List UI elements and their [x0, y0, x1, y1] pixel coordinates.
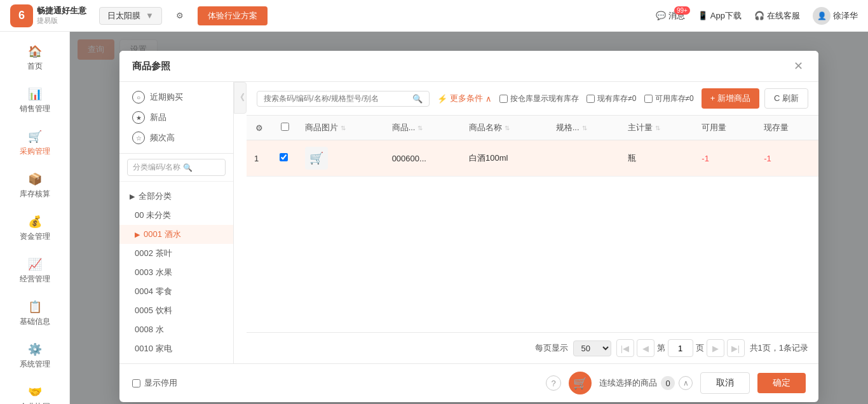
category-panel: ○ 近期购买 ★ 新品 ☆ 频次高 — [119, 82, 234, 363]
content-area: 查询 设置 商品参照 ✕ ○ — [70, 32, 868, 404]
tree-item-liquor[interactable]: ▶ 0001 酒水 — [119, 225, 233, 244]
cancel-button[interactable]: 取消 — [700, 372, 750, 394]
col-code: 商品... ⇅ — [384, 116, 461, 140]
filter-bar: 🔍 ⚡ 更多条件 ∧ 按仓库显示现有库存 — [247, 82, 818, 116]
row-unit: 瓶 — [620, 140, 694, 177]
store-selector[interactable]: 日太阳膜 ▼ — [99, 7, 162, 25]
modal-close-button[interactable]: ✕ — [790, 58, 806, 74]
purchase-icon: 🛒 — [28, 130, 42, 144]
trial-button[interactable]: 体验行业方案 — [198, 6, 268, 25]
tree-item-drinks[interactable]: 0005 饮料 — [119, 301, 233, 320]
checkbox-nonzero-stock[interactable]: 现有库存≠0 — [587, 93, 636, 104]
filter-icon: ⚡ — [437, 94, 447, 104]
continuous-select-label: 连续选择的商品 0 ∧ — [599, 376, 693, 390]
tree-item-water[interactable]: 0008 水 — [119, 320, 233, 339]
row-image: 🛒 — [297, 140, 384, 177]
online-service-nav-item[interactable]: 🎧 在线客服 — [754, 10, 800, 22]
tree-item-snacks[interactable]: 0004 零食 — [119, 282, 233, 301]
footer-right: ? 🛒 连续选择的商品 0 ∧ 取消 确定 — [546, 372, 806, 394]
modal-overlay: 商品参照 ✕ ○ 近期购买 ★ — [70, 32, 868, 404]
first-page-button[interactable]: |◀ — [616, 339, 634, 357]
new-product-icon: ★ — [132, 111, 145, 124]
sort-icon-name: ⇅ — [505, 125, 510, 131]
more-filter-button[interactable]: ⚡ 更多条件 ∧ — [437, 93, 492, 104]
category-search-input[interactable]: 分类编码/名称 🔍 — [127, 159, 226, 176]
inventory-icon: 📦 — [28, 172, 42, 186]
modal-title: 商品参照 — [132, 60, 170, 72]
tree-item-all[interactable]: ▶ 全部分类 — [119, 187, 233, 206]
app-download-nav-item[interactable]: 📱 App下载 — [698, 10, 742, 22]
search-icon: 🔍 — [412, 94, 423, 104]
frequent-icon: ☆ — [132, 131, 145, 144]
cart-button[interactable]: 🛒 — [569, 372, 592, 394]
logo-area: 6 畅捷通好生意 捷易版 — [10, 4, 86, 27]
operations-icon: 📈 — [28, 257, 42, 271]
last-page-button[interactable]: ▶| — [727, 339, 745, 357]
settings-icon[interactable]: ⚙ — [170, 6, 190, 26]
sort-icon-unit: ⇅ — [655, 125, 660, 131]
sort-icon-code: ⇅ — [417, 125, 423, 131]
selected-count-badge: 0 — [661, 376, 675, 390]
next-page-button[interactable]: ▶ — [707, 339, 724, 357]
quick-item-new[interactable]: ★ 新品 — [127, 107, 226, 128]
quick-item-frequent[interactable]: ☆ 频次高 — [127, 128, 226, 148]
tree-item-tea[interactable]: 0002 茶叶 — [119, 244, 233, 263]
col-settings: ⚙ — [247, 116, 272, 140]
system-icon: ⚙️ — [28, 342, 42, 356]
table-settings-icon[interactable]: ⚙ — [255, 123, 263, 133]
refresh-button[interactable]: C 刷新 — [764, 88, 808, 109]
row-select-checkbox[interactable] — [280, 153, 288, 161]
row-stock: -1 — [756, 140, 818, 177]
row-spec — [548, 140, 620, 177]
expand-icon[interactable]: ∧ — [679, 376, 693, 390]
prev-page-button[interactable]: ◀ — [637, 339, 654, 357]
sidebar-item-basic-info[interactable]: 📋 基础信息 — [4, 293, 65, 333]
recent-purchase-icon: ○ — [132, 91, 145, 104]
page-size-select[interactable]: 10 20 50 100 — [573, 340, 611, 356]
sidebar-item-sales[interactable]: 📊 销售管理 — [4, 81, 65, 121]
message-icon: 💬 — [656, 11, 666, 20]
basic-info-icon: 📋 — [28, 300, 42, 314]
category-search-icon: 🔍 — [183, 163, 193, 172]
row-checkbox — [272, 140, 297, 177]
sidebar-item-purchase[interactable]: 🛒 采购管理 — [4, 123, 65, 163]
sales-icon: 📊 — [28, 87, 42, 101]
new-product-button[interactable]: + 新增商品 — [702, 88, 759, 109]
sidebar-item-home[interactable]: 🏠 首页 — [4, 38, 65, 78]
help-icon[interactable]: ? — [546, 375, 561, 391]
table-row[interactable]: 1 🛒 — [247, 140, 818, 177]
phone-icon: 📱 — [698, 11, 708, 20]
sidebar-item-inventory[interactable]: 📦 库存核算 — [4, 166, 65, 206]
checkbox-available-stock[interactable]: 可用库存≠0 — [644, 93, 694, 104]
category-quick-access: ○ 近期购买 ★ 新品 ☆ 频次高 — [119, 82, 233, 154]
row-code: 000600... — [384, 140, 461, 177]
product-search-box[interactable]: 🔍 — [257, 91, 430, 107]
show-disabled-checkbox[interactable]: 显示停用 — [132, 377, 177, 389]
sidebar-item-system[interactable]: ⚙️ 系统管理 — [4, 336, 65, 376]
messages-nav-item[interactable]: 💬 消息 99+ — [656, 10, 685, 22]
tree-item-fruit[interactable]: 0003 水果 — [119, 263, 233, 282]
checkbox-warehouse-stock[interactable]: 按仓库显示现有库存 — [499, 93, 579, 104]
filter-action-buttons: + 新增商品 C 刷新 — [702, 88, 808, 109]
tree-arrow-all: ▶ — [130, 192, 135, 201]
quick-item-recent[interactable]: ○ 近期购买 — [127, 87, 226, 107]
confirm-button[interactable]: 确定 — [757, 373, 806, 393]
top-navigation: 6 畅捷通好生意 捷易版 日太阳膜 ▼ ⚙ 体验行业方案 💬 消息 99+ 📱 … — [0, 0, 868, 32]
logo-icon: 6 — [10, 4, 33, 27]
sidebar-item-operations[interactable]: 📈 经营管理 — [4, 251, 65, 291]
panel-collapse-button[interactable]: 《 — [234, 82, 247, 114]
col-image: 商品图片 ⇅ — [297, 116, 384, 140]
product-search-input[interactable] — [264, 94, 409, 103]
main-layout: 🏠 首页 📊 销售管理 🛒 采购管理 📦 库存核算 💰 资金管理 📈 经营管理 … — [0, 32, 868, 404]
select-all-checkbox[interactable] — [281, 123, 289, 131]
sidebar-item-enterprise[interactable]: 🤝 企业协同 — [4, 379, 65, 404]
tree-item-uncategorized[interactable]: 00 未分类 — [119, 206, 233, 225]
product-table: ⚙ 商品图片 ⇅ — [247, 116, 818, 177]
modal-footer: 显示停用 ? 🛒 连续选择的商品 0 ∧ 取消 确定 — [119, 363, 818, 402]
user-profile-nav-item[interactable]: 👤 徐泽华 — [813, 7, 858, 25]
tree-item-appliances[interactable]: 0010 家电 — [119, 339, 233, 358]
sidebar-item-finance[interactable]: 💰 资金管理 — [4, 208, 65, 248]
sort-icon-spec: ⇅ — [582, 125, 587, 131]
row-available: -1 — [694, 140, 756, 177]
page-number-input[interactable] — [668, 339, 693, 357]
